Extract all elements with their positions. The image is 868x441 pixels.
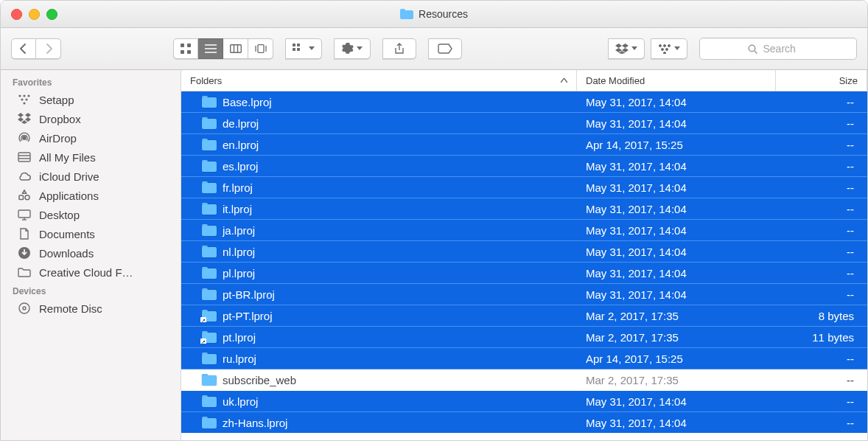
file-size: -- bbox=[776, 417, 867, 429]
disc-icon bbox=[17, 302, 32, 315]
file-size: -- bbox=[776, 374, 867, 386]
table-row[interactable]: it.lprojMay 31, 2017, 14:04-- bbox=[181, 198, 867, 220]
file-name: fr.lproj bbox=[223, 181, 253, 194]
svg-rect-16 bbox=[297, 48, 300, 51]
svg-point-20 bbox=[662, 49, 664, 51]
dropbox-smart-sync-button[interactable] bbox=[651, 38, 687, 59]
arrange-button[interactable] bbox=[285, 38, 322, 59]
column-view-button[interactable] bbox=[223, 38, 248, 59]
tags-button[interactable] bbox=[428, 38, 462, 59]
table-row[interactable]: de.lprojMay 31, 2017, 14:04-- bbox=[181, 113, 867, 134]
sidebar-item-icloud-drive[interactable]: iCloud Drive bbox=[1, 167, 181, 186]
sidebar-item-airdrop[interactable]: AirDrop bbox=[1, 128, 181, 147]
sidebar: FavoritesSetappDropboxAirDropAll My File… bbox=[1, 70, 181, 441]
search-field[interactable] bbox=[699, 38, 857, 60]
file-name: ru.lproj bbox=[223, 353, 256, 365]
sidebar-item-desktop[interactable]: Desktop bbox=[1, 205, 181, 224]
forward-button[interactable] bbox=[36, 38, 61, 59]
svg-rect-0 bbox=[181, 44, 184, 47]
svg-point-23 bbox=[749, 45, 755, 52]
table-row[interactable]: es.lprojMay 31, 2017, 14:04-- bbox=[181, 156, 867, 177]
sidebar-item-label: All My Files bbox=[39, 151, 96, 164]
column-header-date[interactable]: Date Modified bbox=[577, 70, 776, 91]
allfiles-icon bbox=[17, 150, 32, 164]
svg-point-31 bbox=[23, 136, 26, 139]
file-date: Apr 14, 2017, 15:25 bbox=[577, 139, 776, 151]
file-name: de.lproj bbox=[223, 117, 259, 130]
table-row[interactable]: Base.lprojMay 31, 2017, 14:04-- bbox=[181, 91, 867, 113]
svg-point-27 bbox=[27, 94, 29, 97]
table-row[interactable]: nl.lprojMay 31, 2017, 14:04-- bbox=[181, 241, 867, 263]
sidebar-item-downloads[interactable]: Downloads bbox=[1, 243, 181, 263]
file-date: May 31, 2017, 14:04 bbox=[577, 288, 776, 301]
file-name: en.lproj bbox=[223, 139, 259, 151]
column-header-size[interactable]: Size bbox=[776, 70, 867, 91]
svg-point-21 bbox=[666, 49, 668, 51]
sidebar-item-dropbox[interactable]: Dropbox bbox=[1, 109, 181, 128]
svg-rect-13 bbox=[293, 44, 295, 46]
sidebar-item-creative-cloud-f-[interactable]: Creative Cloud F… bbox=[1, 263, 181, 282]
sidebar-item-label: Remote Disc bbox=[39, 302, 102, 315]
share-button[interactable] bbox=[382, 38, 416, 59]
coverflow-view-button[interactable] bbox=[248, 38, 273, 59]
apps-icon bbox=[17, 189, 32, 202]
folder-icon bbox=[202, 203, 217, 215]
search-icon bbox=[748, 44, 757, 54]
column-header-row: Folders Date Modified Size bbox=[181, 70, 867, 91]
file-size: -- bbox=[776, 117, 867, 130]
svg-point-25 bbox=[18, 94, 21, 97]
icloud-icon bbox=[17, 170, 32, 183]
file-date: Mar 2, 2017, 17:35 bbox=[577, 331, 776, 344]
action-button[interactable] bbox=[334, 38, 371, 59]
zoom-window-button[interactable] bbox=[46, 9, 57, 20]
file-date: May 31, 2017, 14:04 bbox=[577, 417, 776, 429]
file-size: -- bbox=[776, 96, 867, 108]
close-window-button[interactable] bbox=[11, 9, 22, 20]
svg-point-36 bbox=[25, 195, 29, 200]
sidebar-item-label: Creative Cloud F… bbox=[39, 266, 133, 279]
table-row[interactable]: en.lprojApr 14, 2017, 15:25-- bbox=[181, 134, 867, 156]
sidebar-item-documents[interactable]: Documents bbox=[1, 224, 181, 243]
table-row[interactable]: pt-BR.lprojMay 31, 2017, 14:04-- bbox=[181, 284, 867, 305]
icon-view-button[interactable] bbox=[173, 38, 198, 59]
table-row[interactable]: ja.lprojMay 31, 2017, 14:04-- bbox=[181, 220, 867, 241]
table-row[interactable]: ↗pt-PT.lprojMar 2, 2017, 17:358 bytes bbox=[181, 305, 867, 327]
table-row[interactable]: subscribe_webMar 2, 2017, 17:35-- bbox=[181, 369, 867, 391]
search-input[interactable] bbox=[762, 42, 809, 55]
table-row[interactable]: fr.lprojMay 31, 2017, 14:04-- bbox=[181, 177, 867, 198]
minimize-window-button[interactable] bbox=[29, 9, 40, 20]
table-row[interactable]: zh-Hans.lprojMay 31, 2017, 14:04-- bbox=[181, 412, 867, 433]
file-date: May 31, 2017, 14:04 bbox=[577, 246, 776, 258]
table-row[interactable]: pl.lprojMay 31, 2017, 14:04-- bbox=[181, 263, 867, 284]
sidebar-item-remote-disc[interactable]: Remote Disc bbox=[1, 299, 181, 318]
file-size: 8 bytes bbox=[776, 310, 867, 322]
folder-icon bbox=[202, 417, 217, 428]
svg-point-19 bbox=[668, 45, 671, 47]
sidebar-item-setapp[interactable]: Setapp bbox=[1, 90, 181, 109]
sidebar-item-all-my-files[interactable]: All My Files bbox=[1, 147, 181, 167]
toolbar bbox=[1, 28, 867, 70]
alias-badge-icon: ↗ bbox=[200, 317, 206, 322]
svg-rect-2 bbox=[181, 50, 184, 54]
file-name: subscribe_web bbox=[223, 374, 296, 386]
sidebar-item-applications[interactable]: Applications bbox=[1, 186, 181, 205]
finder-window: Resources bbox=[0, 0, 868, 441]
file-size: -- bbox=[776, 181, 867, 194]
sidebar-heading: Favorites bbox=[1, 73, 181, 90]
folder-icon: ↗ bbox=[202, 310, 217, 322]
table-row[interactable]: ru.lprojApr 14, 2017, 15:25-- bbox=[181, 348, 867, 369]
svg-point-41 bbox=[19, 303, 29, 313]
file-size: -- bbox=[776, 353, 867, 365]
table-row[interactable]: uk.lprojMay 31, 2017, 14:04-- bbox=[181, 391, 867, 412]
column-header-size-label: Size bbox=[839, 75, 858, 86]
file-name: it.lproj bbox=[223, 203, 252, 215]
dropbox-toolbar-button[interactable] bbox=[608, 38, 645, 59]
list-view-button[interactable] bbox=[198, 38, 223, 59]
svg-point-17 bbox=[659, 45, 662, 47]
view-mode-buttons bbox=[173, 38, 273, 59]
table-row[interactable]: ↗pt.lprojMar 2, 2017, 17:3511 bytes bbox=[181, 327, 867, 348]
svg-rect-10 bbox=[258, 45, 264, 53]
back-button[interactable] bbox=[11, 38, 36, 59]
sidebar-item-label: Setapp bbox=[39, 94, 74, 106]
column-header-name[interactable]: Folders bbox=[181, 70, 577, 91]
